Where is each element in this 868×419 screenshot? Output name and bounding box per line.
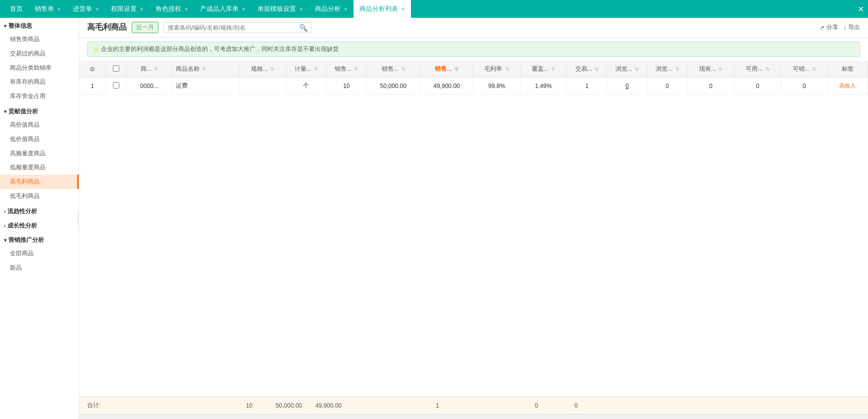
nav-item-permission-settings[interactable]: 权限设置 ✕ [105,0,150,18]
footer-sales-amt-value: 50,000.00 [269,402,308,409]
sidebar-group-wealth-analysis-label: 贡献值分析 [8,107,38,116]
sort-icon: ⇅ [766,66,769,72]
search-box: 🔍 [163,22,312,33]
nav-close-role-permission[interactable]: ✕ [184,6,188,12]
row-num: 1 [79,78,106,94]
col-header-cover-rate[interactable]: 覆盖... ⇅ [520,61,566,78]
col-header-sales-cost[interactable]: 销售... ⇅ [420,61,473,78]
row-browse2: 0 [647,78,687,94]
col-header-trade[interactable]: 交易... ⇅ [567,61,607,78]
time-filter-button[interactable]: 近一月 [132,22,158,33]
row-margin-rate: 99.8% [473,78,520,94]
row-code: 0000... [126,78,172,94]
sort-icon: ⇅ [635,66,639,72]
sidebar-item-low-margin-commodity[interactable]: 低毛利商品 [0,189,79,203]
nav-close-product-analysis[interactable]: ✕ [344,6,348,12]
table-wrapper: ⚙ 商... ⇅ 商品名称 ⇅ [79,61,868,396]
nav-item-sales-order[interactable]: 销售单 ✕ [29,0,67,18]
nav-item-order-template[interactable]: 单据模板设置 ✕ [252,0,309,18]
col-header-num: ⚙ [79,61,106,78]
row-name: 运费 [173,78,240,94]
nav-item-product-analysis[interactable]: 商品分析 ✕ [309,0,354,18]
sidebar: 《 ▾ 整体信息 销售类商品 交易过的商品 商品分类助销率 有库存的商品 库存资… [0,18,79,419]
search-icon[interactable]: 🔍 [299,24,307,32]
sidebar-item-high-freq-commodity[interactable]: 高频量度商品 [0,146,79,161]
col-header-browse1[interactable]: 浏览... ⇅ [607,61,647,78]
col-header-stock3[interactable]: 可销... ⇅ [781,61,827,78]
notice-icon: ◇ [94,46,98,53]
col-header-sales-amt[interactable]: 销售... ⇅ [366,61,420,78]
col-header-spec[interactable]: 规格... ⇅ [239,61,286,78]
nav-item-home-label: 首页 [10,4,23,13]
col-header-name[interactable]: 商品名称 ⇅ [173,61,240,78]
main-layout: 《 ▾ 整体信息 销售类商品 交易过的商品 商品分类助销率 有库存的商品 库存资… [0,18,868,419]
search-input[interactable] [168,24,299,31]
nav-item-home[interactable]: 首页 [4,0,29,18]
content-area: 高毛利商品 近一月 🔍 ↗ 分享 ↓ 导出 ◇ 企业的主要的利润都是这部分商品创… [79,18,868,419]
col-header-stock1[interactable]: 现有... ⇅ [688,61,734,78]
sidebar-group-overall-info[interactable]: ▾ 整体信息 [0,18,79,32]
sidebar-item-new-commodity[interactable]: 新品 [0,261,79,275]
nav-close-product-warehousing[interactable]: ✕ [242,6,246,12]
sidebar-item-high-value-commodity[interactable]: 高价值商品 [0,118,79,132]
nav-item-role-permission[interactable]: 角色授权 ✕ [150,0,194,18]
select-all-checkbox[interactable] [113,65,119,72]
row-stock2: 0 [734,78,781,94]
sidebar-item-low-value-commodity[interactable]: 低价值商品 [0,132,79,146]
export-button[interactable]: ↓ 导出 [843,23,860,32]
nav-item-product-analysis-list[interactable]: 商品分析列表 ✕ [354,0,411,18]
nav-close-order-template[interactable]: ✕ [299,6,303,12]
footer-trade-value: 1 [417,402,457,409]
sidebar-group-growth-analysis-label: 成长性分析 [7,222,37,230]
sidebar-item-commodity-subsidy-rate[interactable]: 商品分类助销率 [0,61,79,75]
nav-item-purchase-order[interactable]: 进货单 ✕ [67,0,105,18]
sidebar-group-trend-analysis-label: 流趋性分析 [7,207,37,216]
window-close-button[interactable]: ✕ [858,4,864,14]
nav-label: 进货单 [73,4,92,13]
nav-close-sales-order[interactable]: ✕ [57,6,61,12]
arrow-icon: › [4,209,5,214]
sidebar-group-trend-analysis[interactable]: › 流趋性分析 [0,203,79,218]
col-header-sales-qty[interactable]: 销售... ⇅ [326,61,366,78]
sort-icon: ⇅ [154,66,158,72]
sidebar-item-in-stock-commodity[interactable]: 有库存的商品 [0,75,79,89]
sidebar-item-high-margin-commodity[interactable]: 高毛利商品 [0,175,79,189]
sidebar-toggle[interactable]: 《 [78,212,79,226]
nav-item-product-warehousing[interactable]: 产成品入库单 ✕ [194,0,252,18]
sidebar-group-wealth-analysis[interactable]: ▾ 贡献值分析 [0,103,79,118]
sidebar-group-growth-analysis[interactable]: › 成长性分析 [0,218,79,232]
nav-label: 商品分析 [315,4,341,13]
col-header-unit[interactable]: 计量... ⇅ [286,61,326,78]
arrow-icon: › [4,223,5,229]
row-sales-qty: 10 [326,78,366,94]
sidebar-item-all-commodity[interactable]: 全部商品 [0,246,79,261]
arrow-icon: ▾ [4,109,6,114]
row-browse1: 0 [607,78,647,94]
sort-icon: ⇅ [812,66,816,72]
sidebar-item-sales-commodity[interactable]: 销售类商品 [0,32,79,47]
nav-close-permission-settings[interactable]: ✕ [140,6,144,12]
col-header-browse2[interactable]: 浏览... ⇅ [647,61,687,78]
bottom-scrollbar[interactable] [79,414,868,419]
nav-close-product-analysis-list[interactable]: ✕ [401,6,405,12]
share-button[interactable]: ↗ 分享 [819,23,838,32]
notice-bar: ◇ 企业的主要的利润都是这部分商品创造的，可考虑加大推广，同时关注库存是不要出现… [87,42,860,57]
sort-icon: ⇅ [455,66,459,72]
header-actions: ↗ 分享 ↓ 导出 [819,23,860,32]
sort-icon: ⇅ [354,66,358,72]
row-checkbox[interactable] [113,82,119,89]
sidebar-item-stock-capital-ratio[interactable]: 库存资金占用 [0,89,79,103]
sidebar-group-marketing-analysis[interactable]: ▾ 营销推广分析 [0,232,79,246]
col-header-stock2[interactable]: 可用... ⇅ [734,61,781,78]
sidebar-item-low-freq-commodity[interactable]: 低频量度商品 [0,160,79,175]
settings-icon[interactable]: ⚙ [90,66,95,73]
col-header-margin-rate[interactable]: 毛利率 ⇅ [473,61,520,78]
nav-close-purchase-order[interactable]: ✕ [95,6,99,12]
sidebar-item-traded-commodity[interactable]: 交易过的商品 [0,47,79,61]
row-unit: 个 [286,78,326,94]
content-header: 高毛利商品 近一月 🔍 ↗ 分享 ↓ 导出 [79,18,868,38]
col-header-check [106,61,126,78]
col-header-tag: 标签 [827,61,868,78]
page-title: 高毛利商品 [87,22,127,33]
col-header-code[interactable]: 商... ⇅ [126,61,172,78]
